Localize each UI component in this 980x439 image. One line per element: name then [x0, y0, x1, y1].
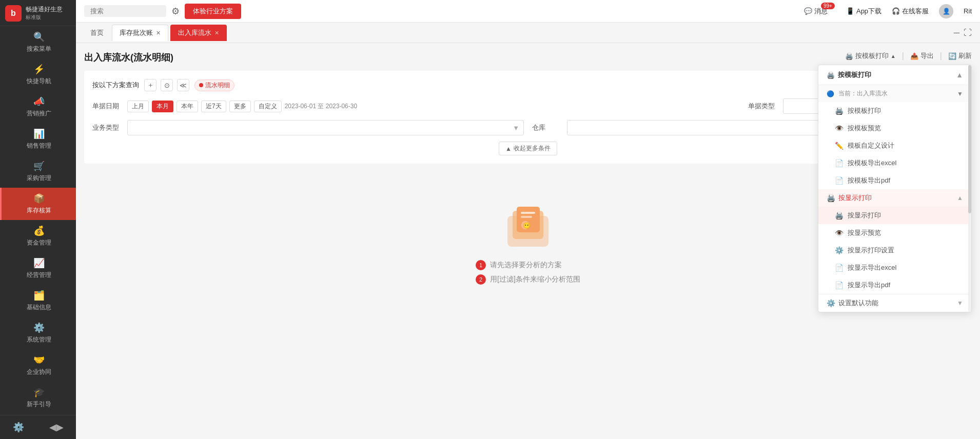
sidebar-item-sales[interactable]: 📊 销售管理	[0, 123, 76, 155]
sidebar-item-quicknav[interactable]: ⚡ 快捷导航	[0, 58, 76, 91]
dp-display-settings-label: 按显示打印设置	[848, 246, 894, 255]
empty-tip-1: 1 请先选择要分析的方案	[476, 260, 580, 270]
collapse-label: 收起更多条件	[514, 144, 551, 153]
dp-template-pdf[interactable]: 📄 按模板导出pdf	[818, 172, 971, 189]
dp-default-gear-icon: ⚙️	[827, 299, 835, 307]
username-label[interactable]: Rit	[964, 7, 972, 15]
dp-display-excel-icon: 📄	[835, 264, 844, 272]
service-label: 在线客服	[902, 7, 929, 16]
dp-display-settings[interactable]: ⚙️ 按显示打印设置	[818, 242, 971, 259]
sidebar-item-label: 基础信息	[27, 303, 51, 312]
date-btn-7days[interactable]: 近7天	[201, 101, 226, 112]
add-filter-btn[interactable]: ＋	[144, 79, 156, 91]
sidebar-item-collab[interactable]: 🤝 企业协同	[0, 349, 76, 382]
app-download-label: App下载	[856, 7, 881, 16]
biz-chevron-icon: ▼	[513, 124, 519, 132]
dp-display-preview[interactable]: 👁️ 按显示预览	[818, 224, 971, 242]
tab-flowdetail[interactable]: 出入库流水 ✕	[170, 25, 227, 41]
app-logo: b 畅捷通好生意 标准版	[0, 0, 76, 26]
collapse-sidebar-icon[interactable]: ◀▶	[49, 422, 64, 433]
date-btn-custom[interactable]: 自定义	[254, 101, 282, 112]
sidebar-item-label: 资金管理	[27, 238, 51, 247]
dp-header-icons: ▲	[956, 71, 963, 79]
online-service-btn[interactable]: 🎧 在线客服	[892, 7, 929, 16]
dp-template-preview[interactable]: 👁️ 按模板预览	[818, 119, 971, 137]
guide-icon: 🎓	[33, 387, 45, 398]
export-btn[interactable]: 📤 导出	[910, 51, 934, 61]
sidebar-item-guide[interactable]: 🎓 新手引导	[0, 382, 76, 414]
current-label: 当前：出入库流水	[838, 89, 888, 98]
app-download-btn[interactable]: 📱 App下载	[846, 7, 881, 16]
sidebar: b 畅捷通好生意 标准版 🔍 搜索菜单 ⚡ 快捷导航 📣 营销推广 📊 销售管理…	[0, 0, 76, 439]
dp-display-preview-label: 按显示预览	[848, 228, 881, 237]
dp-set-default-label: 设置默认功能	[838, 298, 878, 308]
sidebar-item-finance[interactable]: 💰 资金管理	[0, 220, 76, 252]
tab-maximize-btn[interactable]: ⛶	[964, 28, 972, 37]
dp-display-printer-icon: 🖨️	[835, 211, 844, 220]
sidebar-item-label: 采购管理	[27, 174, 51, 183]
sidebar-item-label: 销售管理	[27, 142, 51, 150]
tab-flowdetail-close[interactable]: ✕	[214, 30, 219, 36]
sidebar-item-system[interactable]: ⚙️ 系统管理	[0, 317, 76, 349]
message-badge: 99+	[821, 3, 835, 9]
dp-display-section-label: 按显示打印	[838, 193, 872, 203]
filter-tag[interactable]: 流水明细	[194, 79, 234, 91]
empty-illustration: 😶	[497, 201, 559, 252]
dp-set-default[interactable]: ⚙️ 设置默认功能 ▼	[818, 294, 971, 312]
filter-label: 按以下方案查询	[92, 81, 139, 90]
dp-display-pdf-label: 按显示导出pdf	[848, 281, 890, 290]
dp-display-print[interactable]: 🖨️ 按显示打印	[818, 207, 971, 224]
date-btn-thisyear[interactable]: 本年	[177, 101, 198, 112]
biz-select[interactable]: ▼	[127, 120, 524, 135]
print-icon: 🖨️	[845, 52, 853, 60]
sidebar-item-purchase[interactable]: 🛒 采购管理	[0, 155, 76, 188]
tab-home[interactable]: 首页	[84, 25, 110, 41]
scrollbar-track[interactable]	[968, 65, 971, 312]
tab-batch-close[interactable]: ✕	[156, 30, 161, 36]
sidebar-item-search[interactable]: 🔍 搜索菜单	[0, 26, 76, 58]
dp-display-section-title[interactable]: 🖨️ 按显示打印 ▲	[818, 189, 971, 207]
tab-minimize-btn[interactable]: ─	[954, 28, 959, 37]
operation-icon: 📈	[33, 257, 45, 269]
collapse-filter-btn[interactable]: ≪	[177, 79, 189, 91]
empty-tip-2: 2 用[过滤]条件来缩小分析范围	[476, 274, 580, 285]
date-btn-more[interactable]: 更多	[229, 101, 251, 112]
date-btn-thismonth[interactable]: 本月	[152, 101, 173, 112]
chevron-up-icon3[interactable]: ▲	[956, 71, 963, 79]
date-range: 2023-06-01 至 2023-06-30	[285, 102, 357, 111]
mobile-icon: 📱	[846, 7, 854, 15]
sidebar-item-basic[interactable]: 🗂️ 基础信息	[0, 285, 76, 317]
dropdown-panel: 🖨️ 按模板打印 ▲ 🔵 当前：出入库流水 ▼ 🖨️ 按模板打印 👁️	[818, 65, 972, 312]
warehouse-label: 仓库	[532, 123, 563, 132]
sidebar-item-marketing[interactable]: 📣 营销推广	[0, 91, 76, 123]
filter-settings-btn[interactable]: ⊙	[161, 79, 173, 91]
refresh-btn[interactable]: 🔄 刷新	[948, 51, 972, 61]
tab-batch[interactable]: 库存批次账 ✕	[112, 25, 168, 41]
industry-btn[interactable]: 体验行业方案	[185, 4, 241, 19]
sidebar-item-operation[interactable]: 📈 经营管理	[0, 252, 76, 285]
settings-footer-icon[interactable]: ⚙️	[13, 422, 24, 433]
dp-display-pdf[interactable]: 📄 按显示导出pdf	[818, 276, 971, 294]
print-template-btn[interactable]: 🖨️ 按模板打印 ▲	[845, 51, 896, 61]
sidebar-item-inventory[interactable]: 📦 库存核算	[0, 188, 76, 220]
collapse-btn[interactable]: ▲ 收起更多条件	[499, 142, 557, 155]
search-input[interactable]	[84, 5, 166, 17]
print-label: 按模板打印	[855, 51, 889, 61]
collab-icon: 🤝	[33, 354, 45, 366]
tabbar: 首页 库存批次账 ✕ 出入库流水 ✕ ─ ⛶	[76, 23, 980, 43]
biz-field: 业务类型 ▼	[92, 120, 524, 135]
dp-display-excel[interactable]: 📄 按显示导出excel	[818, 259, 971, 276]
avatar[interactable]: 👤	[939, 4, 953, 18]
date-btn-lastmonth[interactable]: 上月	[127, 101, 149, 112]
dp-template-custom[interactable]: ✏️ 模板自定义设计	[818, 137, 971, 154]
sidebar-item-label: 系统管理	[27, 335, 51, 344]
dp-template-excel[interactable]: 📄 按模板导出excel	[818, 154, 971, 172]
tabbar-right: ─ ⛶	[954, 28, 972, 37]
gear-icon[interactable]: ⚙	[171, 6, 180, 17]
refresh-label: 刷新	[958, 51, 972, 61]
avatar-initials: 👤	[943, 8, 950, 15]
dp-display-section-icon: 🖨️	[827, 194, 835, 202]
message-btn[interactable]: 💬 消息 99+	[804, 7, 828, 16]
finance-icon: 💰	[33, 225, 45, 236]
dp-template-print[interactable]: 🖨️ 按模板打印	[818, 102, 971, 119]
